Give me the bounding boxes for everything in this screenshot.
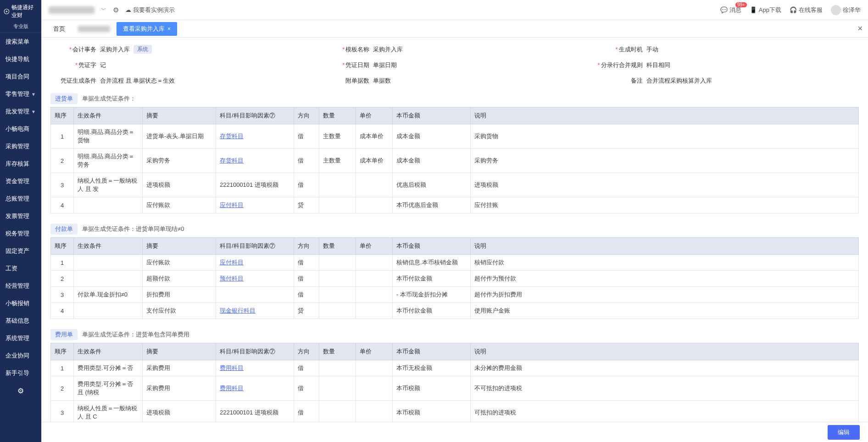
sidebar-item-label: 采购管理 <box>6 142 29 151</box>
brand-logo: 畅捷通好业财 <box>0 0 41 23</box>
sidebar-item[interactable]: 经营管理 <box>0 277 41 295</box>
sidebar-item[interactable]: 批发管理▼ <box>0 103 41 120</box>
section-name: 付款单 <box>50 224 78 235</box>
table-header: 科目/科目影响因素⑦ <box>216 343 294 360</box>
table-cell: 借 <box>294 360 319 376</box>
org-selector[interactable] <box>49 6 95 14</box>
table-row: 1应付账款应付科目借核销信息.本币核销金额核销应付款 <box>51 255 859 271</box>
voucher-section: 费用单单据生成凭证条件：进货单包含同单费用顺序生效条件摘要科目/科目影响因素⑦方… <box>50 329 859 425</box>
table-cell: 3 <box>51 287 74 303</box>
table-cell: 3 <box>51 401 74 425</box>
table-cell: 借 <box>294 376 319 401</box>
sidebar-item[interactable]: 小畅报销 <box>0 295 41 312</box>
table-header: 数量 <box>319 238 356 255</box>
table-header: 科目/科目影响因素⑦ <box>216 107 294 124</box>
sidebar-item[interactable]: 企业协同 <box>0 347 41 364</box>
table-row: 1费用类型.可分摊＝否采购费用费用科目借本币无税金额未分摊的费用金额 <box>51 360 859 376</box>
table-cell: 存货科目 <box>216 149 294 173</box>
section-name: 费用单 <box>50 329 78 340</box>
voucher-table: 顺序生效条件摘要科目/科目影响因素⑦方向数量单价本币金额说明1费用类型.可分摊＝… <box>50 343 859 425</box>
sidebar-item[interactable]: 固定资产 <box>0 242 41 260</box>
tab-active[interactable]: 查看采购并入库 × <box>117 22 177 36</box>
sidebar-item[interactable]: 工资 <box>0 260 41 277</box>
table-cell: 3 <box>51 173 74 197</box>
sidebar-item[interactable]: 零售管理▼ <box>0 85 41 103</box>
table-cell: 明细.商品.商品分类＝货物 <box>74 124 143 149</box>
table-cell: 2 <box>51 271 74 287</box>
field-label: 附单据数 <box>323 77 369 85</box>
table-header: 顺序 <box>51 343 74 360</box>
table-header: 生效条件 <box>74 107 143 124</box>
table-cell: 1 <box>51 255 74 271</box>
tab-home[interactable]: 首页 <box>47 22 72 36</box>
table-cell <box>356 401 393 425</box>
field-label: 凭证日期 <box>323 61 369 69</box>
sidebar-item[interactable]: 库存核算 <box>0 155 41 173</box>
customer-service-button[interactable]: 🎧 在线客服 <box>790 6 823 14</box>
subject-link[interactable]: 存货科目 <box>220 157 244 164</box>
table-cell: 1 <box>51 360 74 376</box>
gear-icon[interactable]: ⚙ <box>113 6 119 14</box>
table-cell: 采购劳务 <box>471 149 859 173</box>
table-cell: 本币无税金额 <box>393 360 471 376</box>
table-cell: 贷 <box>294 303 319 319</box>
demo-link[interactable]: ☁ 我要看实例演示 <box>125 6 175 14</box>
user-menu[interactable]: 徐泽华 <box>831 5 861 15</box>
table-cell: 折扣费用 <box>143 287 216 303</box>
sidebar-item[interactable]: 系统管理 <box>0 330 41 347</box>
sidebar-item[interactable]: 项目合同 <box>0 68 41 85</box>
table-row: 1明细.商品.商品分类＝货物进货单-表头.单据日期存货科目借主数量成本单价成本金… <box>51 124 859 149</box>
subject-link[interactable]: 存货科目 <box>220 133 244 140</box>
table-cell: 可抵扣的进项税 <box>471 401 859 425</box>
table-cell: 明细.商品.商品分类＝劳务 <box>74 149 143 173</box>
table-cell: 优惠后税额 <box>393 173 471 197</box>
sidebar-item[interactable]: 搜索菜单 <box>0 33 41 50</box>
tabs: 首页 查看采购并入库 × × <box>41 20 868 38</box>
subject-link[interactable]: 费用科目 <box>220 364 244 371</box>
sidebar-item[interactable]: 资金管理 <box>0 173 41 190</box>
subject-link[interactable]: 现金银行科目 <box>220 307 256 314</box>
sidebar-item[interactable]: 总账管理 <box>0 190 41 207</box>
sidebar-item[interactable]: 小畅电商 <box>0 120 41 138</box>
sidebar-item[interactable]: 快捷导航 <box>0 50 41 68</box>
field-label: 模板名称 <box>323 45 369 54</box>
edit-button[interactable]: 编辑 <box>828 425 860 440</box>
table-cell: 费用科目 <box>216 376 294 401</box>
table-cell: 现金银行科目 <box>216 303 294 319</box>
table-cell: 2 <box>51 149 74 173</box>
tab-blurred[interactable] <box>72 23 117 35</box>
messages-button[interactable]: 💬 消息 99+ <box>720 6 741 14</box>
close-icon[interactable]: × <box>167 26 171 32</box>
subject-link[interactable]: 应付科目 <box>220 259 244 266</box>
chevron-down-icon[interactable]: ﹀ <box>101 6 106 14</box>
table-cell: 超付作为预付款 <box>471 271 859 287</box>
app-download-button[interactable]: 📱 App下载 <box>750 6 781 14</box>
table-cell <box>356 376 393 401</box>
sidebar-item[interactable]: 新手引导 <box>0 364 41 382</box>
subject-link[interactable]: 预付科目 <box>220 275 244 282</box>
table-cell: 核销应付款 <box>471 255 859 271</box>
table-row: 2费用类型.可分摊＝否 且 (纳税采购费用费用科目借本币税额不可抵扣的进项税 <box>51 376 859 401</box>
table-header: 说明 <box>471 343 859 360</box>
table-cell: 纳税人性质＝一般纳税人 且 发 <box>74 173 143 197</box>
sidebar-settings-button[interactable]: ⚙ <box>0 382 41 400</box>
table-cell <box>356 287 393 303</box>
table-cell: 采购货物 <box>471 124 859 149</box>
table-cell: 进项税额 <box>143 401 216 425</box>
table-cell <box>74 303 143 319</box>
sidebar-item[interactable]: 基础信息 <box>0 312 41 330</box>
subject-link[interactable]: 应付科目 <box>220 201 244 208</box>
cloud-icon: ☁ <box>125 6 131 13</box>
table-cell <box>319 376 356 401</box>
sidebar-item[interactable]: 采购管理 <box>0 138 41 155</box>
sidebar-item[interactable]: 税务管理 <box>0 225 41 242</box>
field-label: 凭证生成条件 <box>50 77 96 85</box>
close-all-tabs-button[interactable]: × <box>852 24 868 34</box>
table-cell: 借 <box>294 149 319 173</box>
table-header: 方向 <box>294 238 319 255</box>
subject-link[interactable]: 费用科目 <box>220 385 244 392</box>
caret-down-icon: ▼ <box>31 109 36 114</box>
table-header: 摘要 <box>143 107 216 124</box>
table-cell: 应付科目 <box>216 255 294 271</box>
sidebar-item[interactable]: 发票管理 <box>0 207 41 225</box>
